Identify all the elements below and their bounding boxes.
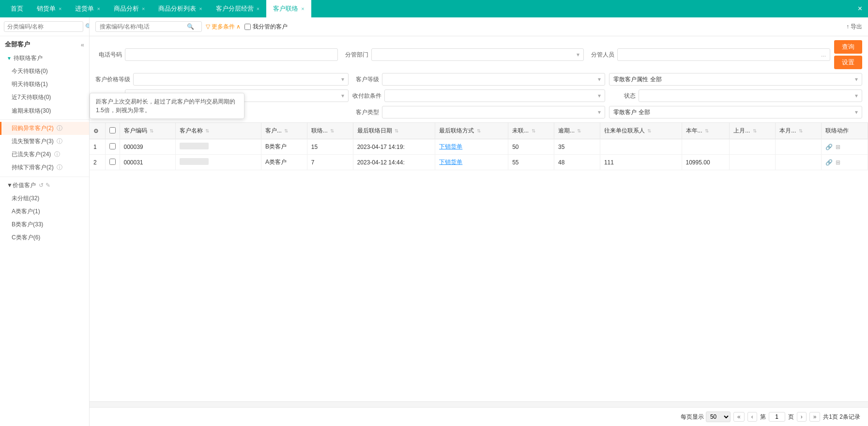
filter-input-phone[interactable]	[125, 48, 338, 61]
nav-item-customer-segment[interactable]: 客户分层经营 ×	[209, 0, 266, 17]
filter-select-status[interactable]: ▾	[639, 89, 862, 102]
method-link-1[interactable]: 下销货单	[439, 143, 462, 150]
content-area: 🔍 ▽ 更多条件 ∧ 我分管的客户 ↑ 导出	[90, 17, 868, 426]
nav-close-analysis[interactable]: ×	[142, 6, 145, 12]
th-type[interactable]: 客户... ⇅	[261, 123, 307, 139]
nav-item-analysis-list[interactable]: 商品分析列表 ×	[152, 0, 209, 17]
th-unit-contact[interactable]: 往来单位联系人 ⇅	[600, 123, 682, 139]
toolbar-search-icon[interactable]: 🔍	[187, 23, 194, 30]
first-page-btn[interactable]: «	[733, 412, 745, 422]
nav-item-home[interactable]: 首页	[4, 0, 30, 17]
total-records: 共1页 2条记录	[823, 413, 860, 421]
sidebar-item-declining[interactable]: 持续下滑客户(2) ⓘ	[0, 161, 89, 174]
sort-icon-uncontacted: ⇅	[532, 128, 535, 133]
query-button[interactable]: 查询	[834, 40, 862, 54]
my-customers-checkbox[interactable]	[244, 24, 251, 30]
nav-item-purchase[interactable]: 进货单 ×	[68, 0, 107, 17]
nav-close-customer-contact[interactable]: ×	[301, 6, 304, 12]
sidebar-collapse-icon[interactable]: «	[81, 41, 84, 48]
cell-method-1[interactable]: 下销货单	[435, 139, 508, 155]
nav-item-customer-contact[interactable]: 客户联络 ×	[266, 0, 311, 17]
toolbar-search-input[interactable]	[100, 23, 187, 30]
cell-unit-contact-1	[600, 139, 682, 155]
th-name[interactable]: 客户名称 ⇅	[175, 123, 261, 139]
prev-page-btn[interactable]: ‹	[747, 412, 757, 422]
filter-select-level[interactable]: ▾	[382, 73, 606, 86]
filter-select-person[interactable]: ...	[617, 48, 830, 61]
triangle-icon: ▼	[7, 56, 12, 61]
select-all-checkbox[interactable]	[109, 127, 116, 133]
settings-button[interactable]: 设置	[834, 56, 862, 69]
sidebar-item-c-class[interactable]: C类客户(6)	[0, 231, 89, 244]
next-page-btn[interactable]: ›	[797, 412, 807, 422]
th-last-contact-date[interactable]: 最后联络日期 ⇅	[353, 123, 435, 139]
sidebar-item-a-class[interactable]: A类客户(1)	[0, 205, 89, 218]
sidebar-group-pending[interactable]: ▼ 待联络客户	[0, 52, 89, 65]
sidebar-item-ungrouped[interactable]: 未分组(32)	[0, 192, 89, 205]
filter-icon: ▽	[206, 23, 210, 30]
filter-retail-attr-label: 零散客户属性 全部	[613, 75, 661, 84]
nav-item-sales[interactable]: 销货单 ×	[30, 0, 68, 17]
nav-close-purchase[interactable]: ×	[97, 6, 100, 12]
scrollbar-inner	[90, 402, 767, 402]
cell-checkbox-2	[105, 155, 120, 170]
sidebar-item-churn-warning[interactable]: 流失预警客户(3) ⓘ	[0, 135, 89, 148]
th-uncontacted[interactable]: 未联... ⇅	[508, 123, 554, 139]
toolbar-filter-btn[interactable]: ▽ 更多条件 ∧	[206, 23, 241, 31]
th-last-contact-method[interactable]: 最后联络方式 ⇅	[435, 123, 508, 139]
sidebar-item-7days[interactable]: 近7天待联络(0)	[0, 91, 89, 104]
sidebar-item-tomorrow[interactable]: 明天待联络(1)	[0, 78, 89, 91]
info-icon-3: ⓘ	[57, 164, 62, 171]
nav-item-analysis[interactable]: 商品分析 ×	[107, 0, 152, 17]
per-page-select[interactable]: 50 20 100	[706, 411, 731, 422]
filter-person-dots[interactable]: ...	[821, 51, 826, 58]
value-group-refresh-icon[interactable]: ↺	[39, 182, 44, 189]
filter-select-retail-attr[interactable]: 零散客户属性 全部 ▾	[609, 73, 862, 86]
nav-close-all-icon[interactable]: ×	[858, 4, 862, 13]
sidebar-search-icon[interactable]: 🔍	[85, 23, 90, 30]
sidebar-value-group-header[interactable]: ▼ 价值客户 ↺ ✎	[0, 179, 89, 192]
action-icon-link-1[interactable]: 🔗	[825, 144, 833, 150]
sidebar-all-customers-header[interactable]: 全部客户 «	[0, 36, 89, 52]
nav-close-analysis-list[interactable]: ×	[199, 6, 202, 12]
action-icon-link-2[interactable]: 🔗	[825, 159, 833, 166]
nav-close-customer-segment[interactable]: ×	[257, 6, 259, 12]
th-checkbox	[105, 123, 120, 139]
row-checkbox-2[interactable]	[109, 159, 116, 165]
method-link-2[interactable]: 下销货单	[439, 159, 462, 165]
th-overdue[interactable]: 逾期... ⇅	[554, 123, 600, 139]
filter-select-payment[interactable]: ▾	[384, 89, 606, 102]
per-page-label: 每页显示	[681, 413, 704, 421]
sidebar-item-today[interactable]: 今天待联络(0)	[0, 65, 89, 78]
sidebar-item-overdue[interactable]: 逾期未联络(30)	[0, 104, 89, 118]
action-icon-grid-1[interactable]: ⊞	[836, 144, 840, 150]
value-group-edit-icon[interactable]: ✎	[46, 182, 50, 189]
filter-chevron: ∧	[236, 23, 241, 30]
filter-select-customer-type[interactable]: ▾	[382, 106, 606, 118]
cell-method-2[interactable]: 下销货单	[435, 155, 508, 170]
th-this-month[interactable]: 本月... ⇅	[776, 123, 822, 139]
sidebar-item-repurchase-anomaly[interactable]: 回购异常客户(2) ⓘ	[0, 122, 89, 135]
row-checkbox-1[interactable]	[109, 143, 116, 149]
th-settings[interactable]: ⚙	[90, 123, 105, 139]
nav-label-customer-segment: 客户分层经营	[216, 4, 254, 13]
th-last-month[interactable]: 上月... ⇅	[730, 123, 776, 139]
th-this-year[interactable]: 本年... ⇅	[682, 123, 730, 139]
th-contact-count[interactable]: 联络... ⇅	[307, 123, 353, 139]
th-code[interactable]: 客户编码 ⇅	[120, 123, 175, 139]
filter-select-retail-customer[interactable]: 零散客户 全部 ▾	[609, 106, 862, 118]
cell-uncontacted-1: 50	[508, 139, 554, 155]
action-icon-grid-2[interactable]: ⊞	[836, 159, 840, 166]
cell-index-2: 2	[90, 155, 105, 170]
current-page-input[interactable]	[769, 412, 785, 422]
last-page-btn[interactable]: »	[809, 412, 821, 422]
sidebar-item-churned[interactable]: 已流失客户(24) ⓘ	[0, 148, 89, 161]
nav-close-sales[interactable]: ×	[59, 6, 61, 12]
export-button[interactable]: ↑ 导出	[846, 23, 862, 31]
filter-cell-pricelevel: 客户价格等级 ▾	[95, 73, 349, 86]
sidebar-item-b-class[interactable]: B类客户(33)	[0, 218, 89, 231]
bottom-scrollbar[interactable]	[90, 401, 868, 407]
filter-select-dept[interactable]: ▾	[371, 48, 584, 61]
filter-select-pricelevel[interactable]: ▾	[133, 73, 349, 86]
sidebar-search-input[interactable]	[4, 21, 83, 32]
